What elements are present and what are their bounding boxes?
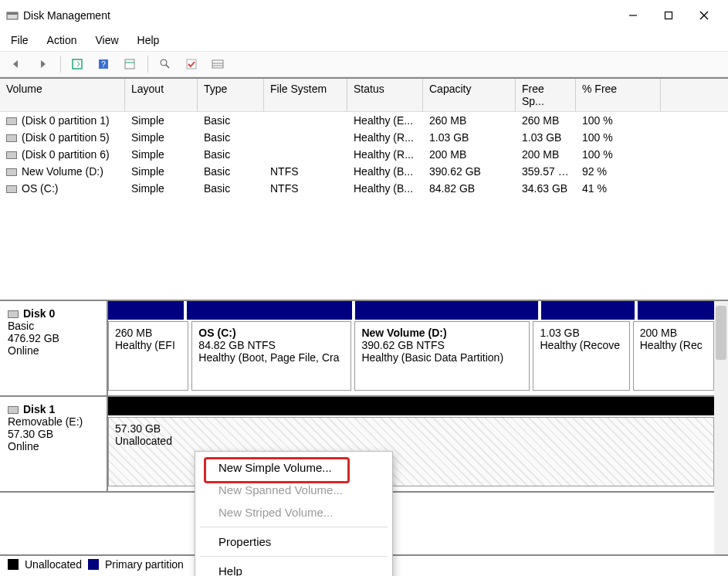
volume-row[interactable]: OS (C:)SimpleBasicNTFSHealthy (B...84.82… bbox=[0, 180, 728, 197]
menu-separator bbox=[200, 556, 388, 557]
col-type[interactable]: Type bbox=[198, 79, 264, 111]
svg-rect-3 bbox=[665, 12, 672, 19]
menubar: File Action View Help bbox=[0, 31, 728, 51]
menu-properties[interactable]: Properties bbox=[195, 530, 392, 553]
svg-rect-13 bbox=[187, 59, 196, 69]
svg-rect-14 bbox=[212, 60, 223, 68]
menu-action[interactable]: Action bbox=[47, 34, 77, 46]
volume-row[interactable]: (Disk 0 partition 5)SimpleBasicHealthy (… bbox=[0, 129, 728, 146]
col-free[interactable]: Free Sp... bbox=[516, 79, 576, 111]
context-menu: New Simple Volume... New Spanned Volume.… bbox=[195, 451, 393, 576]
legend-swatch-unallocated bbox=[8, 559, 19, 570]
search-icon[interactable] bbox=[154, 55, 176, 73]
forward-button[interactable] bbox=[32, 55, 54, 73]
menu-file[interactable]: File bbox=[11, 34, 29, 46]
svg-text:?: ? bbox=[101, 60, 106, 69]
disk-label: Disk 0 Basic 476.92 GB Online bbox=[0, 301, 108, 395]
help-icon[interactable]: ? bbox=[93, 55, 115, 73]
legend-swatch-primary bbox=[88, 559, 99, 570]
toolbar-separator bbox=[147, 56, 148, 73]
list-icon[interactable] bbox=[207, 55, 229, 73]
minimize-button[interactable] bbox=[615, 4, 651, 27]
legend-primary: Primary partition bbox=[105, 558, 184, 571]
volume-list-header: Volume Layout Type File System Status Ca… bbox=[0, 79, 728, 112]
partition-box[interactable]: 200 MBHealthy (Rec bbox=[633, 321, 714, 391]
back-button[interactable] bbox=[6, 55, 28, 73]
properties-icon[interactable] bbox=[120, 55, 141, 73]
legend-unallocated: Unallocated bbox=[25, 558, 82, 571]
menu-new-simple-volume[interactable]: New Simple Volume... bbox=[195, 456, 392, 479]
menu-separator bbox=[200, 527, 388, 527]
volume-row[interactable]: (Disk 0 partition 6)SimpleBasicHealthy (… bbox=[0, 146, 728, 163]
partition-box[interactable]: New Volume (D:)390.62 GB NTFSHealthy (Ba… bbox=[354, 321, 530, 391]
col-pctfree[interactable]: % Free bbox=[576, 79, 661, 111]
scroll-thumb[interactable] bbox=[716, 306, 726, 360]
window-title: Disk Management bbox=[23, 9, 110, 22]
maximize-button[interactable] bbox=[651, 4, 686, 27]
svg-rect-6 bbox=[73, 59, 82, 69]
refresh-icon[interactable] bbox=[67, 55, 89, 73]
close-button[interactable] bbox=[686, 4, 722, 27]
app-icon bbox=[6, 9, 19, 22]
partition-box[interactable]: 1.03 GBHealthy (Recove bbox=[533, 321, 629, 391]
titlebar: Disk Management bbox=[0, 0, 728, 31]
col-capacity[interactable]: Capacity bbox=[423, 79, 516, 111]
col-layout[interactable]: Layout bbox=[125, 79, 198, 111]
disk-icon bbox=[8, 310, 19, 318]
svg-rect-9 bbox=[125, 59, 134, 69]
menu-new-striped-volume: New Striped Volume... bbox=[195, 501, 392, 523]
disk-icon bbox=[8, 406, 19, 414]
menu-new-spanned-volume: New Spanned Volume... bbox=[195, 479, 392, 501]
vertical-scrollbar[interactable] bbox=[714, 301, 728, 554]
col-filesystem[interactable]: File System bbox=[264, 79, 347, 111]
col-status[interactable]: Status bbox=[347, 79, 423, 111]
col-volume[interactable]: Volume bbox=[0, 79, 125, 111]
partition-box[interactable]: OS (C:)84.82 GB NTFSHealthy (Boot, Page … bbox=[191, 321, 351, 391]
volume-list: Volume Layout Type File System Status Ca… bbox=[0, 79, 728, 301]
partition-strip bbox=[108, 301, 714, 320]
partition-strip bbox=[108, 397, 714, 415]
menu-help[interactable]: Help bbox=[137, 34, 160, 46]
toolbar: ? bbox=[0, 51, 728, 77]
volume-row[interactable]: (Disk 0 partition 1)SimpleBasicHealthy (… bbox=[0, 112, 728, 129]
check-icon[interactable] bbox=[181, 55, 202, 73]
svg-line-12 bbox=[166, 65, 169, 68]
svg-point-11 bbox=[161, 59, 167, 66]
disk-label: Disk 1 Removable (E:) 57.30 GB Online bbox=[0, 397, 108, 491]
toolbar-separator bbox=[60, 56, 61, 73]
volume-row[interactable]: New Volume (D:)SimpleBasicNTFSHealthy (B… bbox=[0, 163, 728, 180]
svg-rect-1 bbox=[7, 12, 18, 15]
disk-row-0[interactable]: Disk 0 Basic 476.92 GB Online 260 MBHeal… bbox=[0, 301, 714, 397]
menu-view[interactable]: View bbox=[95, 34, 118, 46]
partition-box[interactable]: 260 MBHealthy (EFI bbox=[108, 321, 188, 391]
menu-help[interactable]: Help bbox=[195, 560, 392, 576]
